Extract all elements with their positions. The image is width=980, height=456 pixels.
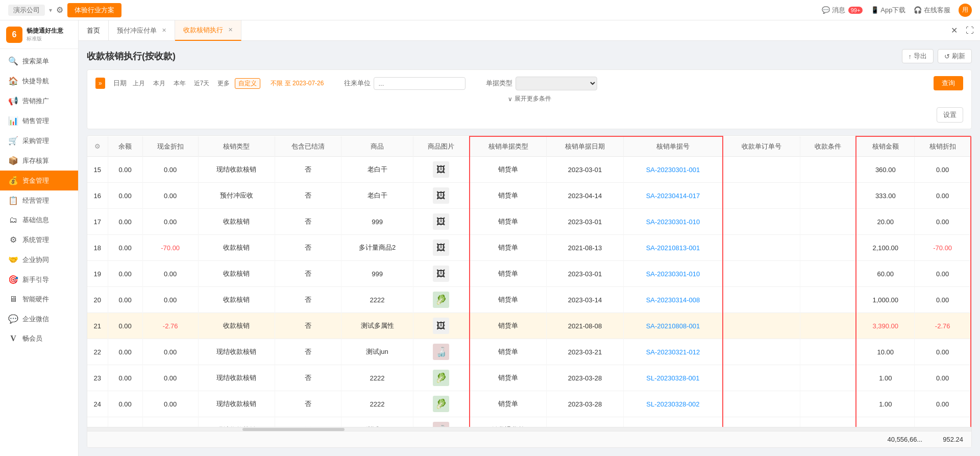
tab-prepay[interactable]: 预付冲应付单 ✕	[109, 20, 175, 41]
hs-no-link[interactable]: SA-20230414-017	[646, 192, 700, 200]
tab-home[interactable]: 首页	[79, 20, 109, 41]
tab-write-off[interactable]: 收款核销执行 ✕	[175, 20, 241, 41]
tab-write-off-close-icon[interactable]: ✕	[228, 27, 233, 33]
cell-cash-discount: 0.00	[142, 365, 198, 391]
sidebar-item-member[interactable]: V 畅会员	[0, 329, 78, 348]
cell-incl-settled: 否	[275, 365, 341, 391]
cell-hs-date: 2023-03-28	[547, 365, 623, 391]
tab-home-label: 首页	[87, 26, 100, 35]
cell-incl-settled: 否	[275, 209, 341, 235]
cell-hs-no: SA-20230301-010	[623, 261, 723, 287]
company-selector[interactable]: 演示公司	[8, 5, 45, 16]
partner-input[interactable]	[374, 77, 465, 90]
col-header-product: 商品	[341, 136, 413, 157]
date-btn-custom[interactable]: 自定义	[235, 78, 260, 89]
cell-hs-amount: 360.00	[856, 157, 915, 183]
sidebar-label-newbie: 新手引导	[22, 275, 49, 284]
sidebar-label-purchase: 采购管理	[22, 136, 49, 146]
hs-no-link[interactable]: SL-20230328-001	[646, 374, 699, 382]
sidebar-item-quick-nav[interactable]: 🏠 快捷导航	[0, 71, 78, 91]
hs-no-link[interactable]: SL-20230328-002	[646, 400, 699, 408]
cell-balance: 0.00	[108, 391, 142, 417]
hs-no-link[interactable]: SA-20230321-012	[646, 348, 700, 356]
cell-hs-type: 销货单	[470, 183, 547, 209]
hs-no-link[interactable]: SA-20230314-008	[646, 296, 700, 304]
hs-no-link[interactable]: SA-20230301-010	[646, 218, 700, 226]
table-scroll[interactable]: ⚙ 余额 现金折扣 核销类型 包含已结清 商品 商品图片 核销单据类型 核销单据…	[87, 136, 971, 427]
cell-receipt-cond	[800, 183, 856, 209]
scrollbar-thumb[interactable]	[242, 428, 345, 431]
table-row: 23 0.00 0.00 现结收款核销 否 2222 🥬 销货单 2023-03…	[87, 365, 971, 391]
sidebar-item-smart-hw[interactable]: 🖥 智能硬件	[0, 290, 78, 309]
tab-close-all-icon[interactable]: ✕	[949, 23, 960, 37]
refresh-button[interactable]: ↺ 刷新	[938, 49, 972, 63]
cell-hs-date: 2023-03-28	[547, 391, 623, 417]
logo-name: 畅捷通好生意	[27, 27, 63, 35]
date-btn-this-year[interactable]: 本年	[170, 78, 189, 89]
settings-button[interactable]: 设置	[937, 107, 963, 123]
sidebar-item-purchase[interactable]: 🛒 采购管理	[0, 131, 78, 151]
app-download-btn[interactable]: 📱 App下载	[871, 6, 905, 15]
cell-hs-no: SA-20230331-026	[623, 417, 723, 427]
industry-btn[interactable]: 体验行业方案	[67, 3, 121, 17]
hs-no-link[interactable]: SA-20210808-001	[646, 322, 700, 330]
col-header-hs-type: 核销单据类型	[470, 136, 547, 157]
sidebar-item-newbie[interactable]: 🎯 新手引导	[0, 270, 78, 290]
cell-receipt-order	[723, 183, 800, 209]
expand-more-btn[interactable]: ∨ 展开更多条件	[95, 94, 963, 103]
filter-bar: » 日期 上月 本月 本年 近7天 更多 自定义	[87, 69, 972, 129]
message-btn[interactable]: 💬 消息 99+	[822, 6, 863, 15]
cell-hs-amount: 60.00	[856, 261, 915, 287]
sidebar-item-wechat[interactable]: 💬 企业微信	[0, 309, 78, 329]
table-row: 20 0.00 0.00 收款核销 否 2222 🥬 销货单 2023-03-1…	[87, 287, 971, 313]
voucher-type-select[interactable]	[516, 77, 597, 90]
sidebar-logo: 6 畅捷通好生意 标准版	[0, 20, 78, 49]
sidebar-item-enterprise[interactable]: 🤝 企业协同	[0, 250, 78, 270]
date-range-display: 不限 至 2023-07-26	[271, 79, 324, 88]
online-service-btn[interactable]: 🎧 在线客服	[914, 6, 950, 15]
sidebar-item-operations[interactable]: 📋 经营管理	[0, 190, 78, 210]
cell-hs-type: 销货单	[470, 339, 547, 365]
sidebar-item-inventory[interactable]: 📦 库存核算	[0, 151, 78, 171]
cell-product: 老白干	[341, 157, 413, 183]
sidebar-item-finance[interactable]: 💰 资金管理	[0, 171, 78, 190]
date-btn-last-month[interactable]: 上月	[130, 78, 148, 89]
company-chevron-icon[interactable]: ▾	[49, 7, 52, 14]
query-button[interactable]: 查询	[934, 76, 963, 90]
date-btn-more[interactable]: 更多	[214, 78, 233, 89]
date-btn-7days[interactable]: 近7天	[191, 78, 213, 89]
date-btn-this-month[interactable]: 本月	[150, 78, 168, 89]
top-bar-right: 💬 消息 99+ 📱 App下载 🎧 在线客服 用	[822, 4, 972, 17]
hs-no-link[interactable]: SA-20230301-001	[646, 166, 700, 174]
operations-icon: 📋	[8, 196, 18, 205]
cell-hs-amount: 10.00	[856, 339, 915, 365]
user-avatar[interactable]: 用	[959, 4, 972, 17]
cell-receipt-order	[723, 313, 800, 339]
export-button[interactable]: ↑ 导出	[902, 49, 934, 63]
sidebar-label-basic-info: 基础信息	[22, 215, 49, 225]
date-filter-label: 日期	[113, 79, 127, 88]
filter-toggle[interactable]: »	[95, 78, 105, 89]
tab-prepay-label: 预付冲应付单	[117, 26, 157, 35]
settings-icon[interactable]: ⚙	[56, 5, 63, 15]
page-header-actions: ↑ 导出 ↺ 刷新	[902, 49, 972, 63]
cell-hs-date: 2023-04-14	[547, 183, 623, 209]
tab-prepay-close-icon[interactable]: ✕	[162, 27, 166, 34]
cell-hs-type: 销货单	[470, 209, 547, 235]
sidebar-menu: 🔍 搜索菜单 🏠 快捷导航 📢 营销推广 📊 销售管理 🛒 采购管理 📦	[0, 49, 78, 456]
sidebar-label-search: 搜索菜单	[22, 57, 49, 66]
table-row: 24 0.00 0.00 现结收款核销 否 2222 🥬 销货单 2023-03…	[87, 391, 971, 417]
sidebar-item-sales[interactable]: 📊 销售管理	[0, 111, 78, 131]
cell-incl-settled: 否	[275, 287, 341, 313]
sidebar-item-search[interactable]: 🔍 搜索菜单	[0, 51, 78, 71]
sidebar-item-basic-info[interactable]: 🗂 基础信息	[0, 210, 78, 230]
cell-product-img: 🍶	[413, 339, 470, 365]
sidebar-item-system[interactable]: ⚙ 系统管理	[0, 230, 78, 250]
sidebar-item-marketing[interactable]: 📢 营销推广	[0, 91, 78, 111]
col-header-product-img: 商品图片	[413, 136, 470, 157]
tab-fullscreen-icon[interactable]: ⛶	[964, 24, 976, 37]
horizontal-scrollbar[interactable]	[87, 427, 971, 431]
gear-col-icon[interactable]: ⚙	[94, 142, 101, 150]
hs-no-link[interactable]: SA-20210813-001	[646, 244, 700, 252]
hs-no-link[interactable]: SA-20230301-010	[646, 270, 700, 278]
